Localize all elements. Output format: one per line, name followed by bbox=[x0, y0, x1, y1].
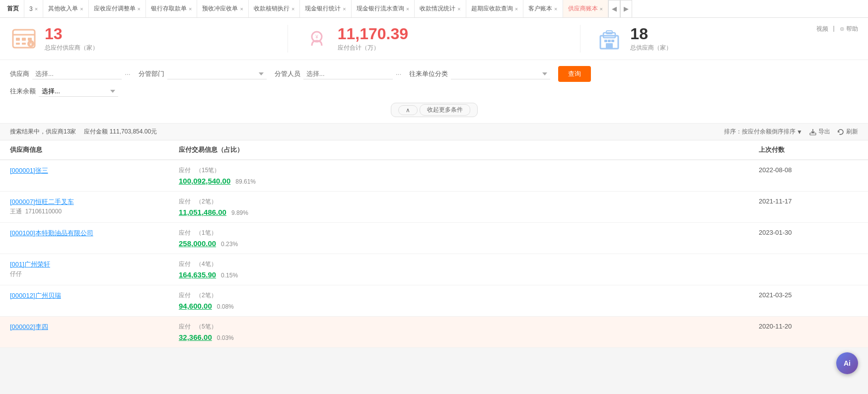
tx-amount-row4[interactable]: 164,635.90 bbox=[179, 270, 216, 279]
nav-tab-home[interactable]: 首页 bbox=[2, 0, 24, 17]
cash-bank-stat-close[interactable]: × bbox=[343, 6, 346, 12]
bank-deposit-close[interactable]: × bbox=[189, 6, 192, 12]
tx-amount-row5[interactable]: 94,600.00 bbox=[179, 302, 212, 310]
collapse-bar[interactable]: ∧ 收起更多条件 bbox=[10, 101, 858, 119]
tx-pct-row4: 0.15% bbox=[221, 272, 238, 279]
supplier-link-row6[interactable]: [000002]李四 bbox=[10, 323, 48, 330]
other-income-close[interactable]: × bbox=[80, 6, 83, 12]
summary-block-suppliers-due: ¥ 13 总应付供应商（家） bbox=[10, 25, 288, 53]
help-icon: ⊙ bbox=[840, 25, 846, 32]
nav-tab-customer-ledger[interactable]: 客户账本 × bbox=[523, 0, 563, 17]
person-filter-dots[interactable]: ··· bbox=[396, 70, 402, 78]
filter-item-balance: 往来余额 选择... bbox=[10, 86, 118, 97]
supplier-link-row3[interactable]: [000100]本特勤油品有限公司 bbox=[10, 229, 93, 237]
filter-row-2: 往来余额 选择... bbox=[10, 86, 858, 97]
tx-pct-row3: 0.23% bbox=[221, 241, 238, 248]
collapse-text: 收起更多条件 bbox=[420, 104, 470, 116]
cash-bank-stat-label: 现金银行统计 bbox=[305, 4, 341, 13]
tx-info-row4: 应付 （4笔） 164,635.90 0.15% bbox=[179, 260, 759, 279]
person-filter-input[interactable] bbox=[303, 68, 393, 79]
svg-rect-6 bbox=[22, 43, 26, 45]
other-income-label: 其他收入单 bbox=[48, 4, 78, 13]
table-row: [000012]广州贝瑞 应付 （2笔） 94,600.00 0.08% 202… bbox=[0, 285, 868, 317]
nav-tab-bank-deposit[interactable]: 银行存取款单 × bbox=[146, 0, 197, 17]
tx-count-row2: （2笔） bbox=[196, 197, 217, 206]
supplier-filter-input[interactable] bbox=[32, 68, 122, 79]
tx-amount-row3[interactable]: 258,000.00 bbox=[179, 239, 216, 248]
refresh-label: 刷新 bbox=[846, 128, 858, 136]
lastpay-row3: 2023-01-30 bbox=[759, 229, 858, 236]
nav-tab-cash-flow-query[interactable]: 现金银行流水查询 × bbox=[352, 0, 415, 17]
data-table: 供应商信息 应付交易信息（占比） 上次付数 [000001]张三 应付 （15笔… bbox=[0, 140, 868, 348]
filter-item-supplier: 供应商 ··· bbox=[10, 68, 131, 79]
col-header-supplier: 供应商信息 bbox=[10, 145, 179, 154]
summary-icon-3 bbox=[595, 25, 623, 53]
refresh-button[interactable]: 刷新 bbox=[837, 128, 858, 136]
category-filter-select[interactable] bbox=[451, 68, 550, 79]
filter-item-dept: 分管部门 bbox=[139, 68, 267, 79]
dept-filter-select[interactable] bbox=[167, 68, 267, 79]
supplier-link-row2[interactable]: [000007]恒旺二手叉车 bbox=[10, 198, 74, 205]
summary-icon-2: ¥ bbox=[303, 25, 331, 53]
table-row: [000007]恒旺二手叉车 王通 17106110000 应付 （2笔） 11… bbox=[0, 192, 868, 223]
nav-tab-overdue-ar[interactable]: 超期应收款查询 × bbox=[466, 0, 523, 17]
tx-amount-row2[interactable]: 11,051,486.00 bbox=[179, 208, 226, 216]
tx-label-row4: 应付 bbox=[179, 260, 191, 268]
help-video-btn[interactable]: 视频 bbox=[816, 25, 828, 33]
tx-info-row5: 应付 （2笔） 94,600.00 0.08% bbox=[179, 291, 759, 310]
supplier-info-row6: [000002]李四 bbox=[10, 323, 179, 331]
table-row: [000002]李四 应付 （5笔） 32,366.00 0.03% 2020-… bbox=[0, 317, 868, 348]
cash-flow-query-close[interactable]: × bbox=[406, 6, 409, 12]
customer-ledger-close[interactable]: × bbox=[554, 6, 557, 12]
supplier-ledger-close[interactable]: × bbox=[600, 6, 603, 12]
help-text-btn[interactable]: ⊙ 帮助 bbox=[840, 25, 858, 33]
nav-tab-collection-stat[interactable]: 收款情况统计 × bbox=[415, 0, 466, 17]
bank-deposit-label: 银行存取款单 bbox=[151, 4, 187, 13]
supplier-ledger-label: 供应商账本 bbox=[568, 4, 598, 13]
summary-block-total-due: ¥ 11,170.39 应付合计（万） bbox=[303, 25, 581, 53]
tx-info-row1: 应付 （15笔） 100,092,540.00 89.61% bbox=[179, 166, 759, 185]
summary-header: ¥ 13 总应付供应商（家） ¥ 11,170.39 应付合计（万） bbox=[0, 18, 868, 60]
ar-adjust-close[interactable]: × bbox=[138, 6, 141, 12]
nav-tab-ar-adjust[interactable]: 应收应付调整单 × bbox=[89, 0, 146, 17]
tx-pct-row5: 0.08% bbox=[217, 303, 234, 310]
tx-count-row6: （5笔） bbox=[196, 323, 217, 331]
nav-tab-prepay-offset[interactable]: 预收冲应收单 × bbox=[197, 0, 248, 17]
summary-icon-1: ¥ bbox=[10, 25, 38, 53]
result-bar-left: 搜索结果中，供应商13家 应付金额 111,703,854.00元 bbox=[10, 128, 157, 136]
supplier-link-row5[interactable]: [000012]广州贝瑞 bbox=[10, 292, 61, 299]
nav-tab-cash-bank-stat[interactable]: 现金银行统计 × bbox=[300, 0, 351, 17]
tx-amount-row1[interactable]: 100,092,540.00 bbox=[179, 177, 230, 185]
nav-tab-supplier-ledger[interactable]: 供应商账本 × bbox=[563, 0, 608, 17]
supplier-link-row4[interactable]: [001]广州荣轩 bbox=[10, 261, 50, 268]
nav-tab-3[interactable]: 3 × bbox=[24, 0, 43, 17]
supplier-link-row1[interactable]: [000001]张三 bbox=[10, 167, 48, 174]
svg-rect-15 bbox=[608, 40, 611, 42]
overdue-ar-close[interactable]: × bbox=[515, 6, 518, 12]
summary-info-3: 18 总供应商（家） bbox=[630, 26, 672, 52]
export-button[interactable]: 导出 bbox=[809, 128, 830, 136]
suppliers-due-num: 13 bbox=[45, 26, 98, 42]
svg-rect-5 bbox=[16, 43, 20, 45]
supplier-filter-dots[interactable]: ··· bbox=[125, 70, 131, 78]
nav-tab-collection-verify[interactable]: 收款核销执行 × bbox=[249, 0, 300, 17]
nav-next-arrow[interactable]: ▶ bbox=[620, 0, 632, 18]
nav-prev-arrow[interactable]: ◀ bbox=[608, 0, 620, 18]
prepay-offset-close[interactable]: × bbox=[240, 6, 243, 12]
export-label: 导出 bbox=[818, 128, 830, 136]
collection-stat-close[interactable]: × bbox=[457, 6, 460, 12]
collection-verify-close[interactable]: × bbox=[291, 6, 294, 12]
tx-amount-row6[interactable]: 32,366.00 bbox=[179, 333, 212, 341]
filter-item-category: 往来单位分类 bbox=[409, 68, 550, 79]
tab3-close[interactable]: × bbox=[35, 6, 38, 12]
result-text2: 应付金额 111,703,854.00元 bbox=[84, 128, 157, 136]
filter-row-1: 供应商 ··· 分管部门 分管人员 ··· 往来单位分类 查询 bbox=[10, 66, 858, 82]
balance-filter-select[interactable]: 选择... bbox=[39, 86, 118, 97]
query-button[interactable]: 查询 bbox=[558, 66, 591, 82]
customer-ledger-label: 客户账本 bbox=[528, 4, 552, 13]
lastpay-row2: 2021-11-17 bbox=[759, 197, 858, 205]
tx-label-row5: 应付 bbox=[179, 291, 191, 300]
sort-button[interactable]: 排序：按应付余额倒序排序 ▼ bbox=[724, 128, 802, 136]
last-pay-date-row3: 2023-01-30 bbox=[759, 229, 792, 236]
nav-tab-other-income[interactable]: 其他收入单 × bbox=[43, 0, 88, 17]
